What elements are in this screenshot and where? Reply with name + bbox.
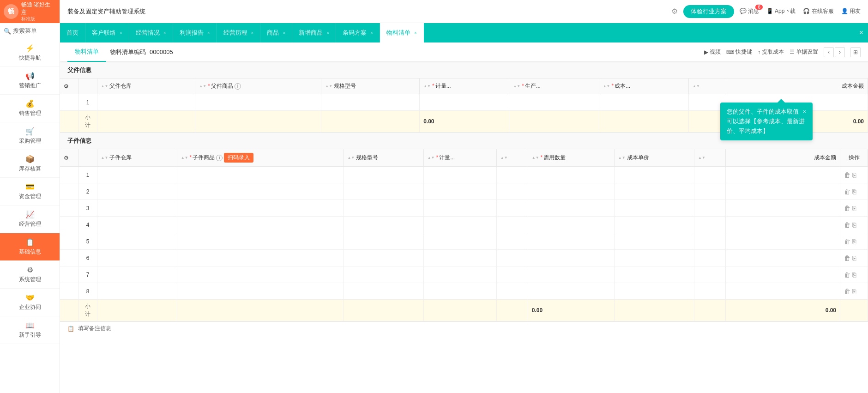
sidebar-item-sales[interactable]: 💰 销售管理 <box>0 95 60 122</box>
parent-row1-cost[interactable] <box>599 94 688 111</box>
copy-icon[interactable]: ⎘ <box>852 205 856 212</box>
copy-icon[interactable]: ⎘ <box>852 288 856 295</box>
parent-row1-product[interactable] <box>195 94 321 111</box>
tab-home[interactable]: 首页 <box>60 23 85 42</box>
tab-bom[interactable]: 物料清单 × <box>380 23 424 42</box>
child-row2-unit[interactable] <box>423 183 496 200</box>
sub-tab-bom-list[interactable]: 物料清单 <box>67 42 106 62</box>
child-row7-unit[interactable] <box>423 266 496 283</box>
child-row7-warehouse[interactable] <box>97 266 177 283</box>
child-row5-sort2[interactable] <box>694 233 726 250</box>
child-row6-spec[interactable] <box>344 250 423 266</box>
prev-record[interactable]: ‹ <box>824 47 834 57</box>
tab-products-close[interactable]: × <box>283 30 285 36</box>
scan-input-button[interactable]: 扫码录入 <box>224 153 253 163</box>
delete-icon[interactable]: 🗑 <box>844 205 850 212</box>
child-row5-unit-cost[interactable] <box>614 233 694 250</box>
child-row1-sort[interactable] <box>496 167 528 183</box>
delete-icon[interactable]: 🗑 <box>844 254 850 262</box>
child-row6-sort2[interactable] <box>694 250 726 266</box>
copy-icon[interactable]: ⎘ <box>852 271 856 278</box>
parent-row1-spec[interactable] <box>321 94 420 111</box>
copy-icon[interactable]: ⎘ <box>852 171 856 179</box>
child-row3-sort2[interactable] <box>694 200 726 217</box>
child-row5-spec[interactable] <box>344 233 423 250</box>
sidebar-item-guide[interactable]: 📖 新手引导 <box>0 316 60 344</box>
child-row3-spec[interactable] <box>344 200 423 217</box>
sidebar-item-system[interactable]: ⚙ 系统管理 <box>0 261 60 289</box>
child-row5-sort[interactable] <box>496 233 528 250</box>
delete-icon[interactable]: 🗑 <box>844 221 850 229</box>
tab-ops-close[interactable]: × <box>163 30 166 36</box>
tab-customer[interactable]: 客户联络 × <box>85 23 129 42</box>
child-row2-spec[interactable] <box>344 183 423 200</box>
tab-bom-close[interactable]: × <box>414 30 417 36</box>
child-row8-qty[interactable] <box>528 283 614 300</box>
child-row2-qty[interactable] <box>528 183 614 200</box>
child-row4-product[interactable] <box>177 217 344 233</box>
copy-icon[interactable]: ⎘ <box>852 221 856 229</box>
child-row6-amount[interactable] <box>725 250 840 266</box>
child-row2-sort2[interactable] <box>694 183 726 200</box>
child-row7-qty[interactable] <box>528 266 614 283</box>
child-row6-warehouse[interactable] <box>97 250 177 266</box>
child-row1-product[interactable] <box>177 167 344 183</box>
child-row1-unit-cost[interactable] <box>614 167 694 183</box>
parent-row1-produce[interactable] <box>509 94 599 111</box>
child-row8-sort[interactable] <box>496 283 528 300</box>
tab-products[interactable]: 商品 × <box>260 23 292 42</box>
sidebar-item-search[interactable]: 🔍 搜索菜单 <box>0 23 60 39</box>
message-badge[interactable]: 💬 6 消息 <box>740 7 759 15</box>
child-row3-product[interactable] <box>177 200 344 217</box>
child-row2-warehouse[interactable] <box>97 183 177 200</box>
child-row3-unit[interactable] <box>423 200 496 217</box>
parent-row1-unit[interactable] <box>420 94 509 111</box>
sidebar-item-marketing[interactable]: 📢 营销推广 <box>0 67 60 95</box>
child-row8-product[interactable] <box>177 283 344 300</box>
child-row7-product[interactable] <box>177 266 344 283</box>
child-row2-sort[interactable] <box>496 183 528 200</box>
tab-new-product-close[interactable]: × <box>326 30 329 36</box>
sidebar-item-finance[interactable]: 💳 资金管理 <box>0 178 60 206</box>
child-row1-spec[interactable] <box>344 167 423 183</box>
single-settings-action[interactable]: ☰ 单据设置 <box>790 48 818 56</box>
child-row6-qty[interactable] <box>528 250 614 266</box>
child-row4-unit-cost[interactable] <box>614 217 694 233</box>
user-menu[interactable]: 👤 用友 <box>841 7 861 15</box>
child-row4-warehouse[interactable] <box>97 217 177 233</box>
child-row7-unit-cost[interactable] <box>614 266 694 283</box>
child-row8-unit[interactable] <box>423 283 496 300</box>
child-row1-amount[interactable] <box>725 167 840 183</box>
child-row8-unit-cost[interactable] <box>614 283 694 300</box>
child-row2-unit-cost[interactable] <box>614 183 694 200</box>
tab-history-close[interactable]: × <box>251 30 254 36</box>
sidebar-item-basic-info[interactable]: 📋 基础信息 <box>0 233 60 261</box>
shortcut-action[interactable]: ⌨ 快捷键 <box>726 48 752 56</box>
sidebar-item-purchase[interactable]: 🛒 采购管理 <box>0 122 60 150</box>
child-row5-amount[interactable] <box>725 233 840 250</box>
child-settings-icon[interactable]: ⚙ <box>64 155 69 161</box>
extract-cost-action[interactable]: ↑ 提取成本 <box>758 48 784 56</box>
copy-icon[interactable]: ⎘ <box>852 188 856 195</box>
tab-operations-status[interactable]: 经营情况 × <box>129 23 173 42</box>
tooltip-close-button[interactable]: × <box>802 107 806 117</box>
child-row7-sort[interactable] <box>496 266 528 283</box>
sidebar-item-quick-nav[interactable]: ⚡ 快捷导航 <box>0 39 60 67</box>
child-row1-qty[interactable] <box>528 167 614 183</box>
app-download-link[interactable]: 📱 App下载 <box>766 7 796 15</box>
child-row8-amount[interactable] <box>725 283 840 300</box>
delete-icon[interactable]: 🗑 <box>844 171 850 179</box>
child-row5-product[interactable] <box>177 233 344 250</box>
delete-icon[interactable]: 🗑 <box>844 188 850 195</box>
bottom-area[interactable]: 📋 填写备注信息 <box>60 321 868 335</box>
tab-profit-close[interactable]: × <box>207 30 210 36</box>
grid-view-toggle[interactable]: ⊞ <box>850 47 861 57</box>
child-row6-unit[interactable] <box>423 250 496 266</box>
parent-row1-warehouse[interactable] <box>97 94 195 111</box>
child-row3-warehouse[interactable] <box>97 200 177 217</box>
trial-button[interactable]: 体验行业方案 <box>683 5 734 18</box>
child-row1-sort2[interactable] <box>694 167 726 183</box>
child-row6-product[interactable] <box>177 250 344 266</box>
child-row3-sort[interactable] <box>496 200 528 217</box>
delete-icon[interactable]: 🗑 <box>844 288 850 295</box>
